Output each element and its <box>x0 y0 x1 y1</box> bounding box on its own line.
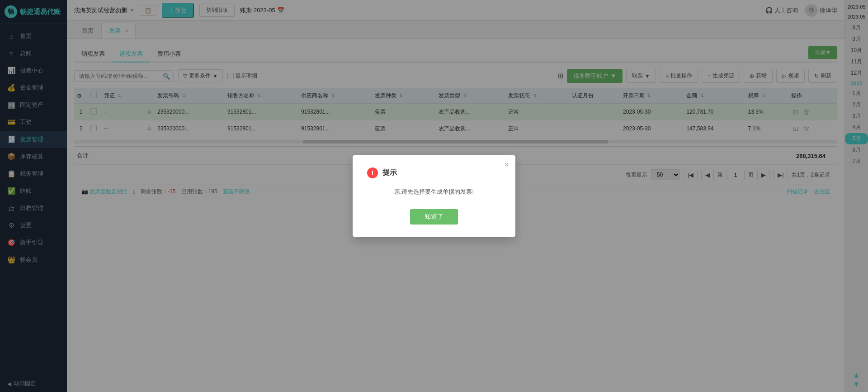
modal-btn-row: 知道了 <box>367 209 501 225</box>
modal-dialog: × ! 提示 亲,请先选择要生成单据的发票! 知道了 <box>353 155 515 238</box>
modal-confirm-button[interactable]: 知道了 <box>410 209 458 225</box>
modal-title: 提示 <box>382 168 397 177</box>
modal-title-row: ! 提示 <box>367 167 501 178</box>
modal-close-button[interactable]: × <box>504 160 509 170</box>
modal-message: 亲,请先选择要生成单据的发票! <box>367 187 501 197</box>
modal-overlay: × ! 提示 亲,请先选择要生成单据的发票! 知道了 <box>0 0 868 392</box>
modal-warning-icon: ! <box>367 167 378 178</box>
